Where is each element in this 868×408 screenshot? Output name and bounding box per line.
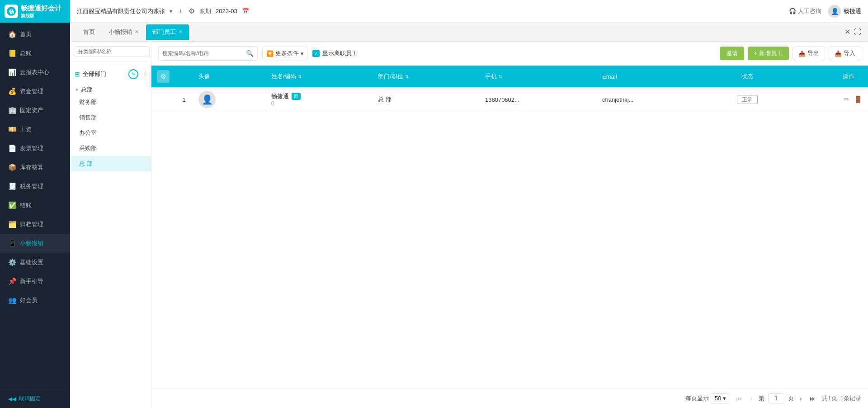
dept-sales-label: 销售部 — [79, 114, 97, 121]
sidebar-item-reports[interactable]: 📊 云报表中心 — [0, 63, 70, 82]
dept-collapse-button[interactable]: 《 — [141, 71, 146, 78]
user-area[interactable]: 👤 畅捷通 — [828, 5, 861, 18]
tab-department-close[interactable]: ✕ — [179, 29, 183, 35]
nav-label-home: 首页 — [20, 30, 32, 38]
guide-icon: 📌 — [8, 277, 16, 285]
per-page-select: 每页显示 50 ▾ — [685, 393, 730, 403]
page-number-input[interactable] — [768, 393, 784, 403]
settings-top-button[interactable]: ⚙ — [189, 7, 195, 15]
tab-home-label: 首页 — [83, 28, 95, 36]
dept-item-office[interactable]: 办公室 — [70, 125, 151, 141]
svg-text:畅: 畅 — [9, 9, 14, 14]
employee-table-container: ⚙ 头像 姓名/编码 ⇅ 部门/职位 — [151, 66, 868, 388]
ledger-icon: 📒 — [8, 49, 16, 57]
sidebar-item-inventory[interactable]: 📦 库存核算 — [0, 158, 70, 177]
page-body: 🔍 ⊞ 全部部门 ✎ 《 ▼ 总部 财务部 销售部 — [70, 42, 868, 408]
col-dept-position[interactable]: 部门/职位 ⇅ — [373, 66, 480, 87]
nav-label-guide: 新手引导 — [20, 277, 43, 285]
next-page-button[interactable]: › — [797, 394, 804, 403]
export-label: 导出 — [807, 49, 819, 57]
unfix-button[interactable]: ◀◀ 取消固定 — [0, 389, 70, 408]
total-info: 共1页, 1条记录 — [822, 394, 861, 403]
sidebar-item-archive[interactable]: 🗂️ 归档管理 — [0, 215, 70, 234]
dept-item-finance[interactable]: 财务部 — [70, 95, 151, 110]
all-dept-label: 全部部门 — [83, 70, 126, 78]
emp-status: 正常 — [737, 95, 758, 104]
calendar-icon[interactable]: 📅 — [242, 8, 249, 14]
more-filters-button[interactable]: 🔽 更多条件 ▾ — [262, 47, 308, 60]
row-index: 1 — [182, 96, 185, 103]
page-label: 第 — [759, 394, 764, 403]
sidebar-item-funds[interactable]: 💰 资金管理 — [0, 82, 70, 101]
exit-employee-button[interactable]: 🚪 — [854, 95, 863, 104]
per-page-number: 50 — [715, 395, 721, 402]
service-button[interactable]: 🎧 人工咨询 — [789, 7, 821, 15]
sidebar-item-home[interactable]: 🏠 首页 — [0, 25, 70, 44]
tab-expense-close[interactable]: ✕ — [135, 29, 139, 35]
sidebar-item-expense[interactable]: 📱 小畅报销 — [0, 234, 70, 253]
sidebar-item-guide[interactable]: 📌 新手引导 — [0, 272, 70, 291]
dept-search-input[interactable] — [74, 46, 150, 57]
nav-label-reports: 云报表中心 — [20, 68, 49, 76]
app-logo[interactable]: 畅 畅捷通好会计 旗舰版 — [0, 0, 70, 23]
sidebar-item-checkout[interactable]: ✅ 结账 — [0, 196, 70, 215]
first-page-button[interactable]: ⏮ — [734, 394, 745, 403]
dept-tree: ⊞ 全部部门 ✎ 《 ▼ 总部 财务部 销售部 办公室 — [70, 62, 151, 408]
dept-item-sales[interactable]: 销售部 — [70, 110, 151, 125]
sidebar-item-invoice[interactable]: 📄 发票管理 — [0, 139, 70, 158]
assets-icon: 🏢 — [8, 106, 16, 114]
expand-tab-button[interactable]: ⛶ — [854, 28, 861, 36]
row-index-cell: 1 — [175, 87, 193, 112]
filter-label: 更多条件 — [275, 49, 299, 57]
dept-finance-label: 财务部 — [79, 99, 97, 105]
emp-dept-badge: 部 — [292, 93, 301, 100]
prev-page-button[interactable]: ‹ — [748, 394, 755, 403]
dept-add-button[interactable]: ✎ — [128, 69, 138, 79]
add-employee-button[interactable]: + 新增员工 — [748, 47, 789, 60]
company-dropdown-button[interactable]: ▾ — [170, 8, 172, 14]
dept-group-general: ▼ 总部 — [70, 83, 151, 95]
per-page-value[interactable]: 50 ▾ — [711, 393, 730, 403]
last-page-button[interactable]: ⏭ — [807, 394, 818, 403]
company-name[interactable]: 江西服宝精品有限责任公司内账张 — [77, 7, 165, 15]
invite-button[interactable]: 邀请 — [720, 47, 744, 60]
edit-employee-button[interactable]: ✏ — [844, 95, 849, 104]
col-avatar: 头像 — [193, 66, 266, 87]
col-phone[interactable]: 手机 ⇅ — [480, 66, 597, 87]
dept-item-purchasing[interactable]: 采购部 — [70, 141, 151, 156]
row-actions-cell: ✏ 🚪 — [788, 87, 868, 112]
nav-label-archive: 归档管理 — [20, 220, 43, 228]
sidebar-item-salary[interactable]: 💴 工资 — [0, 120, 70, 139]
add-company-button[interactable]: ＋ — [177, 6, 184, 16]
dept-item-headquarters[interactable]: 总 部 — [70, 156, 151, 171]
reports-icon: 📊 — [8, 68, 16, 76]
show-resigned-checkbox[interactable]: ✓ 显示离职员工 — [312, 49, 358, 57]
sidebar-item-member[interactable]: 👥 好会员 — [0, 291, 70, 310]
export-button[interactable]: 📤 导出 — [793, 47, 825, 60]
employee-table: ⚙ 头像 姓名/编码 ⇅ 部门/职位 — [151, 66, 868, 112]
sidebar-item-settings[interactable]: ⚙️ 基础设置 — [0, 253, 70, 272]
emp-code: 0 — [271, 100, 368, 107]
tab-department[interactable]: 部门员工 ✕ — [146, 24, 189, 40]
department-panel: 🔍 ⊞ 全部部门 ✎ 《 ▼ 总部 财务部 销售部 — [70, 42, 151, 408]
tab-home[interactable]: 首页 — [77, 24, 101, 40]
dept-group-label-general: 总部 — [81, 85, 93, 94]
logo-text: 畅捷通好会计 旗舰版 — [21, 4, 61, 19]
col-name-code[interactable]: 姓名/编码 ⇅ — [266, 66, 373, 87]
column-settings-button[interactable]: ⚙ — [157, 70, 170, 83]
employee-search-input[interactable] — [162, 50, 246, 57]
sidebar-item-tax[interactable]: 🧾 税务管理 — [0, 177, 70, 196]
sidebar-item-general-ledger[interactable]: 📒 总账 — [0, 44, 70, 63]
user-avatar: 👤 — [828, 5, 841, 18]
all-departments-row[interactable]: ⊞ 全部部门 ✎ 《 — [70, 66, 151, 83]
headset-icon: 🎧 — [789, 8, 796, 14]
invoice-icon: 📄 — [8, 144, 16, 152]
row-phone-cell: 138070602... — [480, 87, 597, 112]
close-tab-button[interactable]: ✕ — [844, 28, 850, 36]
import-button[interactable]: 📥 导入 — [829, 47, 861, 60]
nav-label-ledger: 总账 — [20, 49, 32, 57]
sidebar: 畅 畅捷通好会计 旗舰版 🏠 首页 📒 总账 📊 云报表中心 💰 资金管理 🏢 … — [0, 0, 70, 408]
employee-search-icon[interactable]: 🔍 — [246, 50, 254, 57]
tab-expense[interactable]: 小畅报销 ✕ — [102, 24, 145, 40]
sidebar-item-fixed-assets[interactable]: 🏢 固定资产 — [0, 101, 70, 120]
